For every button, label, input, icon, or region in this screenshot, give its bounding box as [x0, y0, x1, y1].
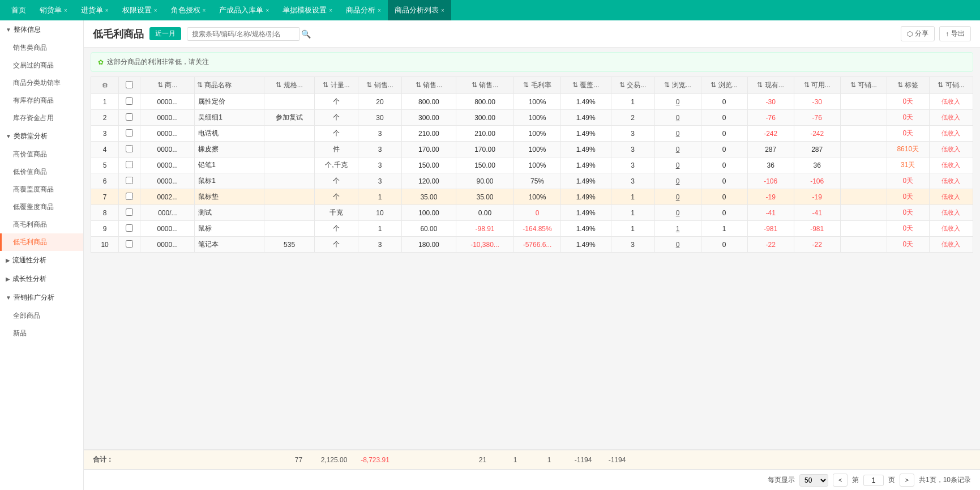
cell-check[interactable] [119, 221, 140, 237]
nav-permission-close[interactable]: × [154, 7, 157, 14]
nav-analysis[interactable]: 商品分析 × [339, 0, 388, 20]
sidebar-section-cluster[interactable]: ▼ 类群堂分析 [0, 127, 83, 146]
cell-check[interactable] [119, 126, 140, 142]
data-table-wrapper[interactable]: ⚙ ⇅ 商... ⇅ 商品名称 ⇅ 规格... ⇅ 计量... ⇅ 销售... … [91, 76, 973, 449]
select-all-checkbox[interactable] [126, 81, 133, 88]
sidebar-section-overall[interactable]: ▼ 整体信息 [0, 20, 83, 39]
th-cover[interactable]: ⇅ 覆盖... [560, 77, 611, 94]
sidebar-item-new-products[interactable]: 新品 [0, 325, 83, 342]
nav-role[interactable]: 角色授权 × [164, 0, 213, 20]
filter-button[interactable]: 近一月 [149, 27, 181, 40]
cell-check[interactable] [119, 157, 140, 173]
cell-check[interactable] [119, 142, 140, 157]
th-spec[interactable]: ⇅ 规格... [264, 77, 315, 94]
nav-sales[interactable]: 销货单 × [33, 0, 74, 20]
sort-icon-spec: ⇅ [276, 81, 281, 89]
cell-browse1[interactable]: 0 [654, 126, 701, 142]
th-name[interactable]: ⇅ 商品名称 [195, 77, 264, 94]
th-browse2[interactable]: ⇅ 浏览... [701, 77, 747, 94]
nav-sales-close[interactable]: × [64, 7, 67, 14]
nav-product-close[interactable]: × [266, 7, 269, 14]
th-tag[interactable]: ⇅ 可销... [929, 77, 973, 94]
th-code[interactable]: ⇅ 商... [140, 77, 195, 94]
cell-check[interactable] [119, 237, 140, 253]
th-sellable[interactable]: ⇅ 可销... [840, 77, 887, 94]
cell-browse1[interactable]: 0 [654, 173, 701, 189]
cell-browse1[interactable]: 1 [654, 221, 701, 237]
cell-check[interactable] [119, 205, 140, 221]
row-checkbox[interactable] [126, 193, 133, 200]
cell-browse1[interactable]: 0 [654, 157, 701, 173]
row-checkbox[interactable] [126, 224, 133, 232]
export-button[interactable]: ↑ 导出 [939, 26, 971, 41]
sidebar-item-high-value[interactable]: 高价值商品 [0, 146, 83, 163]
nav-template-close[interactable]: × [329, 7, 332, 14]
sidebar-item-low-value[interactable]: 低价值商品 [0, 163, 83, 181]
sidebar-item-sales-products[interactable]: 销售类商品 [0, 39, 83, 57]
nav-product[interactable]: 产成品入库单 × [212, 0, 276, 20]
th-check[interactable] [119, 77, 140, 94]
th-avail[interactable]: ⇅ 可用... [794, 77, 840, 94]
sidebar-section-marketing[interactable]: ▼ 营销推广分析 [0, 288, 83, 307]
sidebar-section-growth[interactable]: ▶ 成长性分析 [0, 270, 83, 288]
cell-profit: 800.00 [456, 94, 514, 110]
prev-page-button[interactable]: ＜ [833, 474, 848, 487]
th-days[interactable]: ⇅ 标签 [887, 77, 929, 94]
nav-analysis-close[interactable]: × [378, 7, 381, 14]
nav-template[interactable]: 单据模板设置 × [276, 0, 339, 20]
row-checkbox[interactable] [126, 208, 133, 216]
cell-check[interactable] [119, 173, 140, 189]
nav-home[interactable]: 首页 [5, 0, 33, 20]
th-browse1[interactable]: ⇅ 浏览... [654, 77, 701, 94]
sidebar-item-low-margin[interactable]: 低毛利商品 [0, 233, 83, 251]
search-button[interactable]: 🔍 [301, 29, 311, 39]
cell-stock: -242 [747, 126, 794, 142]
th-sales-amt[interactable]: ⇅ 销售... [402, 77, 456, 94]
cell-browse1[interactable]: 0 [654, 205, 701, 221]
page-input[interactable] [863, 475, 884, 486]
th-settings[interactable]: ⚙ [91, 77, 119, 94]
sidebar-item-instock-products[interactable]: 有库存的商品 [0, 92, 83, 109]
sidebar-item-low-cover[interactable]: 低覆盖度商品 [0, 198, 83, 216]
nav-role-close[interactable]: × [203, 7, 206, 14]
cell-browse1[interactable]: 0 [654, 110, 701, 126]
row-checkbox[interactable] [126, 97, 133, 105]
cell-browse1[interactable]: 0 [654, 94, 701, 110]
sidebar-item-category-rate[interactable]: 商品分类助销率 [0, 74, 83, 92]
cell-check[interactable] [119, 110, 140, 126]
nav-analysis-list-close[interactable]: × [441, 7, 444, 14]
th-unit[interactable]: ⇅ 计量... [315, 77, 358, 94]
row-checkbox[interactable] [126, 145, 133, 152]
nav-permission[interactable]: 权限设置 × [115, 0, 164, 20]
cell-browse1[interactable]: 0 [654, 142, 701, 157]
nav-purchase-close[interactable]: × [105, 7, 109, 14]
th-profit[interactable]: ⇅ 销售... [456, 77, 514, 94]
row-checkbox[interactable] [126, 240, 133, 248]
cell-check[interactable] [119, 94, 140, 110]
share-button[interactable]: ⬡ 分享 [901, 26, 935, 41]
next-page-button[interactable]: ＞ [900, 474, 914, 487]
cell-cover: 1.49% [560, 126, 611, 142]
sidebar-item-all-products[interactable]: 全部商品 [0, 307, 83, 325]
th-trade[interactable]: ⇅ 交易... [611, 77, 654, 94]
th-margin[interactable]: ⇅ 毛利率 [514, 77, 561, 94]
cell-check[interactable] [119, 189, 140, 205]
cell-trade: 3 [611, 126, 654, 142]
sidebar-section-circulation[interactable]: ▶ 流通性分析 [0, 251, 83, 270]
per-page-select[interactable]: 50 100 200 [799, 474, 828, 487]
row-checkbox[interactable] [126, 129, 133, 137]
row-checkbox[interactable] [126, 113, 133, 121]
sidebar-item-stock-capital[interactable]: 库存资金占用 [0, 109, 83, 127]
nav-analysis-list[interactable]: 商品分析列表 × [388, 0, 451, 20]
cell-browse1[interactable]: 0 [654, 189, 701, 205]
nav-purchase[interactable]: 进货单 × [74, 0, 115, 20]
cell-browse1[interactable]: 0 [654, 237, 701, 253]
sidebar-item-traded-products[interactable]: 交易过的商品 [0, 57, 83, 74]
th-sales-qty[interactable]: ⇅ 销售... [358, 77, 402, 94]
search-input[interactable] [187, 27, 300, 41]
sidebar-item-high-margin[interactable]: 高毛利商品 [0, 216, 83, 233]
sidebar-item-high-cover[interactable]: 高覆盖度商品 [0, 181, 83, 198]
row-checkbox[interactable] [126, 177, 133, 184]
row-checkbox[interactable] [126, 161, 133, 168]
th-stock[interactable]: ⇅ 现有... [747, 77, 794, 94]
